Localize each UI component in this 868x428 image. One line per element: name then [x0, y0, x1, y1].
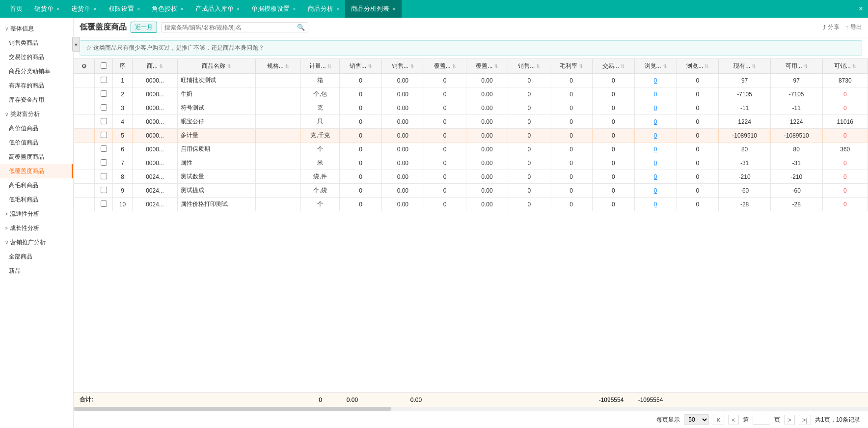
- nav-template-settings[interactable]: 单据模板设置 ×: [245, 0, 301, 18]
- cell-checkbox[interactable]: [95, 184, 113, 198]
- share-btn[interactable]: ⤴ 分享: [823, 23, 840, 31]
- cell-checkbox[interactable]: [95, 87, 113, 101]
- sidebar-item-traded-goods[interactable]: 交易过的商品: [0, 50, 73, 64]
- cell-browse1[interactable]: 0: [634, 156, 677, 170]
- nav-goods-analysis-list-close[interactable]: ×: [392, 6, 395, 12]
- th-cover2[interactable]: 覆盖...⇅: [466, 59, 508, 74]
- export-btn[interactable]: ↑ 导出: [845, 23, 862, 31]
- first-page-btn[interactable]: K: [713, 415, 724, 425]
- row-checkbox[interactable]: [101, 173, 107, 179]
- cell-browse1[interactable]: 0: [634, 74, 677, 87]
- row-checkbox[interactable]: [101, 90, 107, 97]
- nav-home[interactable]: 首页: [4, 0, 28, 18]
- th-checkbox[interactable]: [95, 59, 113, 74]
- sidebar-section-marketing[interactable]: ∨ 营销推广分析: [0, 235, 73, 250]
- nav-goods-analysis-list[interactable]: 商品分析列表 ×: [345, 0, 401, 18]
- cell-checkbox[interactable]: [95, 170, 113, 184]
- sidebar-item-in-stock[interactable]: 有库存的商品: [0, 79, 73, 93]
- cell-browse1[interactable]: 0: [634, 115, 677, 129]
- nav-purchase-order[interactable]: 进货单 ×: [65, 0, 102, 18]
- row-checkbox[interactable]: [101, 77, 107, 83]
- sidebar-item-inventory-capital[interactable]: 库存资金占用: [0, 93, 73, 107]
- cell-checkbox[interactable]: [95, 74, 113, 87]
- sidebar-item-category-rate[interactable]: 商品分类动销率: [0, 64, 73, 79]
- row-checkbox[interactable]: [101, 200, 107, 207]
- nav-permissions-close[interactable]: ×: [137, 6, 140, 12]
- th-sales3[interactable]: 销售...⇅: [508, 59, 550, 74]
- cell-browse1[interactable]: 0: [634, 198, 677, 211]
- search-box[interactable]: 🔍: [161, 22, 308, 32]
- cell-checkbox[interactable]: [95, 129, 113, 143]
- cell-browse1[interactable]: 0: [634, 101, 677, 115]
- close-all-tabs[interactable]: ×: [859, 4, 863, 13]
- nav-finished-goods-close[interactable]: ×: [237, 6, 240, 12]
- sidebar-collapse-btn[interactable]: «: [72, 37, 80, 52]
- sidebar-item-new-goods[interactable]: 新品: [0, 264, 73, 278]
- th-sales1[interactable]: 销售...⇅: [340, 59, 382, 74]
- th-no[interactable]: 序: [113, 59, 133, 74]
- page-number-input[interactable]: 1: [753, 415, 770, 425]
- sidebar-item-high-value[interactable]: 高价值商品: [0, 121, 73, 136]
- settings-icon[interactable]: ⚙: [81, 63, 87, 70]
- select-all-checkbox[interactable]: [101, 62, 107, 69]
- th-trade[interactable]: 交易...⇅: [592, 59, 634, 74]
- nav-purchase-order-close[interactable]: ×: [93, 6, 96, 12]
- nav-goods-analysis-close[interactable]: ×: [336, 6, 339, 12]
- sidebar-item-all-goods[interactable]: 全部商品: [0, 250, 73, 264]
- th-browse1[interactable]: 浏览...⇅: [634, 59, 677, 74]
- nav-sales-order-close[interactable]: ×: [56, 6, 59, 12]
- th-sellable[interactable]: 可销...⇅: [822, 59, 868, 74]
- last-page-btn[interactable]: >|: [799, 415, 811, 425]
- row-checkbox[interactable]: [101, 104, 107, 111]
- next-page-btn[interactable]: >: [784, 415, 795, 425]
- nav-permissions[interactable]: 权限设置 ×: [103, 0, 146, 18]
- per-page-select[interactable]: 50 100 200: [684, 414, 709, 425]
- scrollbar-thumb[interactable]: [74, 407, 391, 411]
- cell-browse1[interactable]: 0: [634, 184, 677, 198]
- sidebar-item-low-coverage[interactable]: 低覆盖度商品: [0, 164, 73, 178]
- row-checkbox[interactable]: [101, 145, 107, 152]
- sidebar-section-growth[interactable]: > 成长性分析: [0, 221, 73, 235]
- search-input[interactable]: [164, 24, 297, 31]
- sidebar-item-high-coverage[interactable]: 高覆盖度商品: [0, 150, 73, 164]
- cell-browse1[interactable]: 0: [634, 129, 677, 143]
- row-checkbox[interactable]: [101, 132, 107, 138]
- nav-template-settings-close[interactable]: ×: [293, 6, 296, 12]
- nav-role-auth[interactable]: 角色授权 ×: [146, 0, 189, 18]
- cell-checkbox[interactable]: [95, 101, 113, 115]
- th-spec[interactable]: 规格...⇅: [255, 59, 300, 74]
- sidebar-item-high-margin[interactable]: 高毛利商品: [0, 178, 73, 193]
- nav-finished-goods[interactable]: 产成品入库单 ×: [190, 0, 245, 18]
- table-wrapper[interactable]: ⚙ 序 商...⇅ 商品名称⇅ 规格...⇅: [74, 58, 868, 392]
- th-name[interactable]: 商品名称⇅: [178, 59, 255, 74]
- th-current[interactable]: 现有...⇅: [719, 59, 771, 74]
- row-checkbox[interactable]: [101, 118, 107, 124]
- cell-browse1[interactable]: 0: [634, 87, 677, 101]
- cell-checkbox[interactable]: [95, 156, 113, 170]
- th-sales2[interactable]: 销售...⇅: [381, 59, 424, 74]
- th-unit[interactable]: 计量...⇅: [300, 59, 339, 74]
- cell-browse1[interactable]: 0: [634, 143, 677, 156]
- sidebar-section-circulation[interactable]: > 流通性分析: [0, 207, 73, 221]
- sidebar-section-overall[interactable]: ∨ 整体信息: [0, 22, 73, 36]
- nav-goods-analysis[interactable]: 商品分析 ×: [302, 0, 345, 18]
- row-checkbox[interactable]: [101, 187, 107, 193]
- sidebar-item-low-margin[interactable]: 低毛利商品: [0, 193, 73, 207]
- sidebar-section-wealth[interactable]: ∨ 类财富分析: [0, 107, 73, 121]
- prev-page-btn[interactable]: <: [728, 415, 739, 425]
- sidebar-item-sales-goods[interactable]: 销售类商品: [0, 36, 73, 50]
- row-checkbox[interactable]: [101, 159, 107, 166]
- nav-role-auth-close[interactable]: ×: [180, 6, 183, 12]
- th-available[interactable]: 可用...⇅: [770, 59, 822, 74]
- horizontal-scrollbar[interactable]: [74, 407, 868, 411]
- filter-btn[interactable]: 近一月: [131, 22, 157, 33]
- th-cover1[interactable]: 覆盖...⇅: [424, 59, 466, 74]
- cell-checkbox[interactable]: [95, 198, 113, 211]
- cell-checkbox[interactable]: [95, 115, 113, 129]
- th-code[interactable]: 商...⇅: [132, 59, 177, 74]
- th-margin[interactable]: 毛利率⇅: [550, 59, 593, 74]
- cell-browse1[interactable]: 0: [634, 170, 677, 184]
- th-settings[interactable]: ⚙: [74, 59, 95, 74]
- nav-sales-order[interactable]: 销货单 ×: [28, 0, 65, 18]
- th-browse2[interactable]: 浏览...⇅: [677, 59, 719, 74]
